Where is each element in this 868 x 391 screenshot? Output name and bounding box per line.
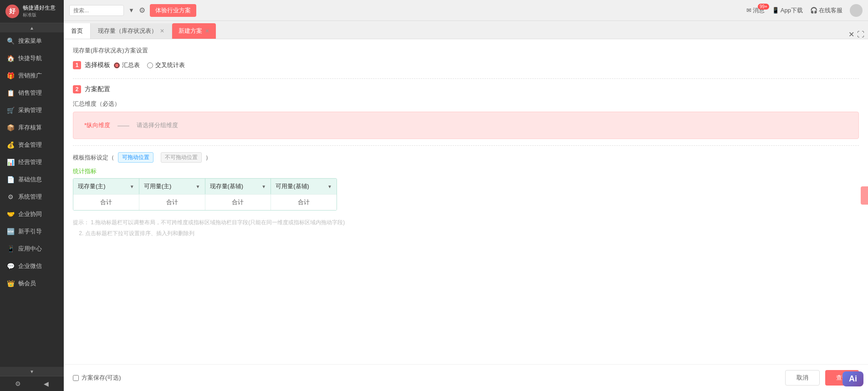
sidebar-item-purchase[interactable]: 🛒 采购管理 [0, 102, 64, 119]
section1-title: 选择模板 [85, 61, 110, 69]
radio-summary-input[interactable] [114, 62, 120, 68]
page-title: 现存量(库存状况表)方案设置 [73, 46, 859, 55]
ai-badge[interactable]: Ai [842, 371, 863, 386]
sidebar-item-apps[interactable]: 📱 应用中心 [0, 240, 64, 257]
topbar-right: ✉ 消息 99+ 📱 App下载 🎧 在线客服 [746, 4, 863, 17]
tab-inventory[interactable]: 现存量（库存状况表） ✕ [91, 23, 172, 39]
search-icon: 🔍 [6, 37, 15, 45]
headset-icon: 🎧 [810, 7, 817, 14]
save-checkbox-input[interactable] [73, 375, 79, 381]
stats-col-0[interactable]: 现存量(主) ▼ [73, 179, 139, 194]
section2-num: 2 [73, 85, 81, 93]
indicator-settings: 模板指标设定（ 可拖动位置 不可拖动位置 ） [73, 152, 859, 163]
sidebar-item-finance[interactable]: 💰 资金管理 [0, 136, 64, 154]
sidebar-scroll-down[interactable]: ▼ [0, 367, 64, 376]
tab-bar-right: ✕ ⛶ [848, 30, 868, 39]
sidebar-item-guide[interactable]: 🆕 新手引导 [0, 223, 64, 240]
sidebar-bottom: ⚙ ◀ [0, 376, 64, 391]
section-config: 2 方案配置 汇总维度（必选） *纵向维度 —— 请选择分组维度 模板指标设定（… [73, 85, 859, 239]
crown-icon: 👑 [6, 279, 15, 288]
phone-icon: 📱 [772, 7, 779, 14]
sidebar-item-sales[interactable]: 📋 销售管理 [0, 84, 64, 102]
collapse-btn[interactable]: ◀ [44, 380, 49, 387]
topbar-service-btn[interactable]: 🎧 在线客服 [810, 6, 842, 15]
home-icon: 🏠 [6, 54, 15, 62]
tip-0: 提示： 1.拖动标题栏可以调整布局，不可跨维度或指标区域拖动栏目字段(只能在同一… [73, 217, 859, 228]
chevron-down-icon-2[interactable]: ▼ [261, 184, 266, 189]
new-icon: 🆕 [6, 227, 15, 236]
topbar-gear-btn[interactable]: ⚙ [139, 6, 145, 15]
sales-icon: 📋 [6, 89, 15, 97]
section2-title: 方案配置 [85, 85, 110, 93]
sidebar-item-contract[interactable]: 🤝 企业协同 [0, 206, 64, 223]
sidebar-item-management[interactable]: 📊 经营管理 [0, 154, 64, 171]
topbar-dropdown-btn[interactable]: ▼ [128, 7, 134, 14]
stats-col-1[interactable]: 可用量(主) ▼ [139, 179, 205, 194]
stats-col-2[interactable]: 现存量(基辅) ▼ [205, 179, 271, 194]
main-area: ▼ ⚙ 体验行业方案 ✉ 消息 99+ 📱 App下载 🎧 在线客服 首页 [64, 0, 868, 391]
gift-icon: 🎁 [6, 72, 15, 80]
stats-cell-0-2: 合计 [205, 194, 271, 210]
tab-new-scheme-close[interactable]: ✕ [205, 28, 209, 34]
topbar: ▼ ⚙ 体验行业方案 ✉ 消息 99+ 📱 App下载 🎧 在线客服 [64, 0, 868, 21]
topbar-trial-btn[interactable]: 体验行业方案 [150, 4, 196, 17]
sidebar-item-shortcut[interactable]: 🏠 快捷导航 [0, 50, 64, 67]
tab-home[interactable]: 首页 [64, 23, 91, 39]
bottom-bar: 方案保存(可选) 取消 查询 [64, 364, 868, 391]
tab-inventory-close[interactable]: ✕ [160, 28, 164, 34]
tab-minimize-btn[interactable]: ✕ [848, 30, 854, 39]
topbar-msg-btn[interactable]: ✉ 消息 99+ [746, 6, 765, 15]
box-icon: 📦 [6, 123, 15, 132]
sidebar-item-member[interactable]: 👑 畅会员 [0, 275, 64, 292]
sidebar: 好 畅捷通好生意 标准版 ▲ 🔍 搜索菜单 🏠 快捷导航 🎁 营销推广 📋 销售… [0, 0, 64, 391]
tip-1: 2. 点击标题栏下拉可设置排序、插入列和删除列 [73, 228, 859, 239]
system-icon: ⚙ [6, 193, 15, 201]
sidebar-item-marketing[interactable]: 🎁 营销推广 [0, 67, 64, 84]
sidebar-menu: 🔍 搜索菜单 🏠 快捷导航 🎁 营销推广 📋 销售管理 🛒 采购管理 📦 库存核… [0, 32, 64, 367]
app-icon: 📱 [6, 245, 15, 253]
sidebar-item-search[interactable]: 🔍 搜索菜单 [0, 32, 64, 50]
dimension-placeholder[interactable]: 请选择分组维度 [137, 121, 178, 129]
chevron-down-icon-0[interactable]: ▼ [130, 184, 134, 189]
save-checkbox-label[interactable]: 方案保存(可选) [73, 374, 121, 382]
content-area: 现存量(库存状况表)方案设置 1 选择模板 汇总表 交叉统计表 [64, 39, 868, 364]
stats-table: 现存量(主) ▼ 可用量(主) ▼ 现存量(基辅) ▼ 可用量(基辅) [73, 178, 337, 211]
logo-text: 畅捷通好生意 标准版 [23, 5, 56, 18]
chart-icon: 📊 [6, 158, 15, 166]
topbar-app-btn[interactable]: 📱 App下载 [772, 6, 803, 15]
sidebar-scroll-up[interactable]: ▲ [0, 23, 64, 32]
settings-btn[interactable]: ⚙ [15, 380, 21, 387]
sidebar-item-basic[interactable]: 📄 基础信息 [0, 171, 64, 188]
stats-col-3[interactable]: 可用量(基辅) ▼ [271, 179, 337, 194]
dimension-arrow: —— [117, 122, 129, 129]
chevron-down-icon-3[interactable]: ▼ [327, 184, 332, 189]
section-divider-1 [73, 78, 859, 79]
radio-summary[interactable]: 汇总表 [114, 61, 140, 69]
wechat-icon: 💬 [6, 262, 15, 270]
topbar-search-input[interactable] [69, 5, 124, 16]
tab-new-scheme[interactable]: 新建方案 ✕ [172, 23, 216, 39]
stats-table-header: 现存量(主) ▼ 可用量(主) ▼ 现存量(基辅) ▼ 可用量(基辅) [73, 179, 337, 194]
sidebar-item-system[interactable]: ⚙ 系统管理 [0, 188, 64, 206]
tips-section: 提示： 1.拖动标题栏可以调整布局，不可跨维度或指标区域拖动栏目字段(只能在同一… [73, 217, 859, 239]
tab-maximize-btn[interactable]: ⛶ [857, 31, 864, 39]
logo-icon: 好 [5, 5, 19, 18]
msg-badge: 99+ [758, 4, 769, 10]
right-edge-tab[interactable] [861, 186, 868, 205]
radio-cross[interactable]: 交叉统计表 [147, 61, 185, 69]
cancel-button[interactable]: 取消 [785, 370, 820, 386]
section1-header: 1 选择模板 汇总表 交叉统计表 [73, 61, 859, 69]
stats-table-body: 合计 合计 合计 合计 [73, 194, 337, 210]
sidebar-logo: 好 畅捷通好生意 标准版 [0, 0, 64, 23]
sidebar-item-inventory[interactable]: 📦 库存核算 [0, 119, 64, 136]
message-icon: ✉ [746, 7, 751, 14]
dimension-label: 汇总维度（必选） [73, 100, 859, 108]
section2-header: 2 方案配置 [73, 85, 859, 93]
doc-icon: 📄 [6, 175, 15, 184]
stats-section: 统计指标 现存量(主) ▼ 可用量(主) ▼ 现存量(基辅) [73, 167, 859, 211]
sidebar-item-wechat[interactable]: 💬 企业微信 [0, 257, 64, 275]
user-avatar[interactable] [850, 4, 863, 17]
chevron-down-icon-1[interactable]: ▼ [196, 184, 200, 189]
indicator-fixed-badge: 不可拖动位置 [161, 152, 202, 163]
radio-cross-input[interactable] [147, 62, 153, 68]
